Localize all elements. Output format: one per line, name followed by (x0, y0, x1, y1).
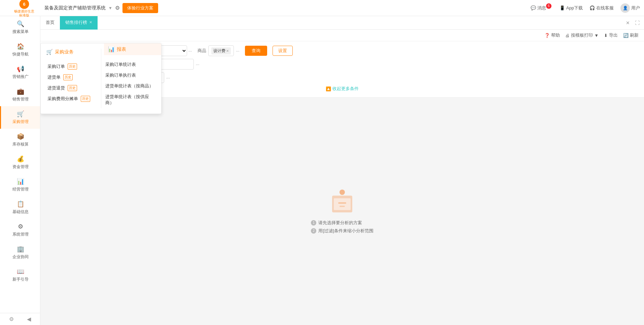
sidebar-item-search[interactable]: 🔍 搜索菜单 (0, 16, 40, 39)
app-download-action[interactable]: 📱 App下载 (560, 5, 583, 11)
sidebar-item-newbie[interactable]: 📖 新手引导 (0, 264, 40, 286)
menu-item-inbound-goods[interactable]: 进货单统计表（按商品） (104, 81, 156, 91)
svg-text:6: 6 (23, 1, 25, 6)
customer-dots[interactable]: ··· (166, 75, 170, 80)
sidebar-label-system: 系统管理 (12, 232, 29, 237)
tab-close-icon[interactable]: ✕ (89, 20, 92, 25)
menu-item-order-stat[interactable]: 采购订单统计表 (104, 59, 156, 70)
sidebar-item-sales[interactable]: 💼 销售管理 (0, 84, 40, 106)
bill-status-dots[interactable]: ··· (188, 48, 192, 53)
sidebar-collapse-icon[interactable]: ◀ (27, 316, 31, 322)
logo-icon: 6 (19, 0, 30, 9)
hist-badge-2: 历史 (63, 74, 73, 80)
purchase-menu-icon: 🛒 (46, 49, 53, 55)
empty-tip1-label: 请先选择要分析的方案 (318, 220, 362, 226)
tab-fullscreen-btn[interactable]: ⛶ (633, 19, 641, 27)
sidebar-item-inventory[interactable]: 📦 库存核算 (0, 129, 40, 151)
logo-line1: 畅捷通好生意 (14, 9, 34, 13)
newbie-icon: 📖 (17, 268, 24, 275)
enterprise-icon: 🏢 (17, 245, 24, 253)
menu-item-purchase-order[interactable]: 采购订单 历史 (46, 61, 98, 72)
menu-item-receive[interactable]: 进货单 历史 (46, 72, 98, 83)
menu-label-order-exec: 采购订单执行表 (105, 72, 136, 78)
menu-label-return: 进货退货 (47, 85, 65, 91)
export-icon: ⬇ (604, 33, 608, 38)
tab-bar: 首页 销售排行榜 ✕ ✕ ⛶ (40, 16, 644, 30)
toolbar: ❓ 帮助 🖨 按模板打印 ▼ ⬇ 导出 🔄 刷新 (40, 30, 644, 41)
sidebar-item-operations[interactable]: 📊 经营管理 (0, 174, 40, 196)
hist-badge-1: 历史 (68, 64, 77, 70)
tab-close-btn[interactable]: ✕ (624, 19, 632, 27)
sidebar-label-inventory: 库存核算 (12, 141, 29, 147)
export-btn[interactable]: ⬇ 导出 (604, 32, 618, 38)
menu-item-inbound-supplier[interactable]: 进货单统计表（按供应商） (104, 91, 156, 108)
menu-col-purchase: 🛒 采购业务 采购订单 历史 进货单 历史 进货退货 历史 (46, 49, 98, 108)
sidebar-label-basic-info: 基础信息 (12, 209, 29, 215)
svg-point-4 (339, 190, 345, 195)
menu-label-inbound-supplier: 进货单统计表（按供应商） (105, 94, 155, 106)
sidebar-bottom: ⚙ ◀ (0, 313, 40, 325)
online-service-label: 在线客服 (596, 5, 614, 11)
sidebar-label-enterprise: 企业协同 (12, 254, 29, 260)
online-service-action[interactable]: 🎧 在线客服 (589, 5, 614, 11)
menu-item-expense[interactable]: 采购费用分摊单 历史 (46, 93, 98, 104)
empty-tip-2: 2 用[过滤]条件来缩小分析范围 (311, 228, 373, 234)
sidebar-label-purchase: 采购管理 (12, 119, 29, 125)
purchase-icon: 🛒 (17, 110, 24, 118)
user-label: 用户 (631, 5, 640, 11)
tab-controls: ✕ ⛶ (621, 19, 644, 27)
message-action[interactable]: 💬 消息 6 (531, 5, 553, 11)
setting-button[interactable]: 设置 (273, 46, 293, 56)
message-icon: 💬 (531, 5, 536, 10)
menu-col-report: 📊 报表 采购订单统计表 采购订单执行表 进货单统计表（按商品） 进货单统计表（… (104, 49, 156, 108)
goods-tag: 设计费 ✕ (211, 47, 231, 54)
goods-tag-filter[interactable]: 设计费 ✕ (208, 45, 234, 56)
home-icon: 🏠 (17, 43, 24, 50)
sidebar-item-system[interactable]: ⚙ 系统管理 (0, 219, 40, 241)
logo-sub: 标准版 (14, 13, 34, 17)
step-num-1: 1 (311, 220, 316, 226)
goods-label: 商品 (198, 48, 206, 54)
chevron-down-icon[interactable]: ▼ (108, 6, 112, 10)
empty-illustration (329, 189, 356, 216)
goods-tag-close[interactable]: ✕ (226, 49, 229, 53)
step-num-2: 2 (311, 228, 316, 234)
collapse-icon: 🔼 (326, 86, 331, 91)
sidebar-item-basic-info[interactable]: 📋 基础信息 (0, 196, 40, 219)
trial-button[interactable]: 体验行业方案 (122, 3, 158, 13)
finance-icon: 💰 (17, 155, 24, 163)
tab-home[interactable]: 首页 (40, 16, 60, 30)
user-action[interactable]: 👤 用户 (620, 3, 640, 13)
operations-icon: 📊 (17, 178, 24, 185)
report-menu-icon: 📊 (108, 46, 115, 52)
help-btn[interactable]: ❓ 帮助 (544, 32, 560, 38)
sidebar-settings-icon[interactable]: ⚙ (9, 316, 14, 322)
basic-info-icon: 📋 (17, 200, 24, 208)
headset-icon: 🎧 (589, 5, 595, 10)
sidebar-item-quick-nav[interactable]: 🏠 快捷导航 (0, 39, 40, 61)
menu-item-order-exec[interactable]: 采购订单执行表 (104, 70, 156, 81)
sidebar-item-finance[interactable]: 💰 资金管理 (0, 151, 40, 174)
tab-home-label: 首页 (46, 19, 55, 26)
print-btn[interactable]: 🖨 按模板打印 ▼ (565, 32, 599, 38)
sidebar-item-enterprise[interactable]: 🏢 企业协同 (0, 241, 40, 264)
goods-dots[interactable]: ··· (236, 48, 240, 53)
filter-goods: 商品 设计费 ✕ ··· (198, 45, 240, 56)
avatar: 👤 (620, 3, 630, 13)
query-button[interactable]: 查询 (245, 46, 267, 56)
message-label: 消息 (537, 5, 546, 11)
sidebar-item-marketing[interactable]: 📢 营销推广 (0, 61, 40, 84)
menu-item-return[interactable]: 进货退货 历史 (46, 83, 98, 93)
sidebar-label-search: 搜索菜单 (12, 29, 29, 35)
collapse-btn[interactable]: 🔼 收起更多条件 (326, 86, 359, 92)
tab-sales-ranking[interactable]: 销售排行榜 ✕ (60, 16, 98, 30)
sidebar-label-marketing: 营销推广 (12, 74, 29, 80)
refresh-btn[interactable]: 🔄 刷新 (623, 32, 639, 38)
print-icon: 🖨 (565, 33, 570, 38)
menu-label-receive: 进货单 (47, 74, 61, 80)
sidebar-label-finance: 资金管理 (12, 164, 29, 170)
system-gear-icon[interactable]: ⚙ (115, 5, 120, 11)
staff-dots[interactable]: ··· (196, 62, 200, 67)
sidebar-item-purchase[interactable]: 🛒 采购管理 (0, 106, 40, 129)
menu-label-purchase-order: 采购订单 (47, 64, 65, 70)
